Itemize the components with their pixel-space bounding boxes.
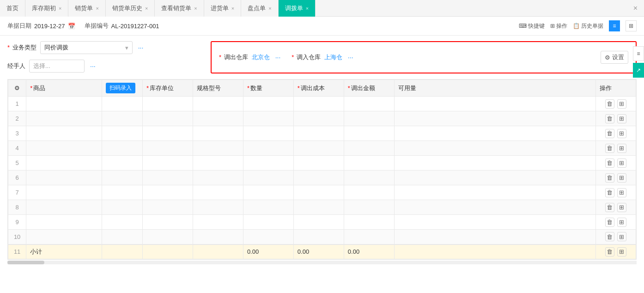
qty-cell[interactable] [243, 215, 293, 230]
amount-cell[interactable] [344, 171, 394, 185]
spec-cell[interactable] [193, 141, 243, 156]
tab-view-sales[interactable]: 查看销货单 × [155, 0, 204, 17]
transfer-in-value[interactable]: 上海仓 [324, 53, 342, 61]
transfer-out-value[interactable]: 北京仓 [252, 53, 270, 61]
cost-cell[interactable] [293, 171, 344, 185]
sidebar-expand-tab[interactable]: ↗ [633, 63, 644, 78]
amount-cell[interactable] [344, 97, 394, 111]
qty-cell[interactable] [243, 111, 293, 126]
product-cell[interactable] [26, 126, 102, 141]
qty-cell[interactable] [243, 230, 293, 244]
spec-cell[interactable] [193, 156, 243, 171]
qty-cell[interactable] [243, 156, 293, 171]
unit-cell[interactable] [142, 230, 193, 244]
list-view-button[interactable]: ≡ [609, 20, 620, 31]
copy-icon[interactable]: ⊞ [617, 247, 626, 256]
handler-more-button[interactable]: ··· [88, 61, 97, 71]
qty-cell[interactable] [243, 171, 293, 185]
cost-cell[interactable] [293, 185, 344, 200]
tab-home[interactable]: 首页 [0, 0, 25, 17]
transfer-out-more-button[interactable]: ··· [273, 53, 283, 62]
tab-transfer[interactable]: 调拨单 × [279, 0, 316, 17]
tab-sales-history-close[interactable]: × [145, 6, 148, 11]
delete-icon[interactable]: 🗑 [605, 247, 614, 256]
biz-type-select[interactable]: 同价调拨 ▾ [40, 41, 133, 54]
qty-cell[interactable] [243, 97, 293, 111]
product-cell[interactable] [26, 111, 102, 126]
delete-icon[interactable]: 🗑 [605, 232, 614, 241]
delete-icon[interactable]: 🗑 [605, 218, 614, 227]
cost-cell[interactable] [293, 111, 344, 126]
tab-sales-order-close[interactable]: × [96, 6, 98, 11]
cost-cell[interactable] [293, 230, 344, 244]
tab-inventory[interactable]: 盘点单 × [241, 0, 278, 17]
tab-view-sales-close[interactable]: × [194, 6, 197, 11]
operations-button[interactable]: ⊞ 操作 [550, 22, 567, 30]
product-cell[interactable] [26, 200, 102, 215]
delete-icon[interactable]: 🗑 [605, 144, 614, 153]
copy-icon[interactable]: ⊞ [617, 203, 626, 212]
amount-cell[interactable] [344, 185, 394, 200]
product-cell[interactable] [26, 156, 102, 171]
unit-cell[interactable] [142, 126, 193, 141]
cost-cell[interactable] [293, 126, 344, 141]
spec-cell[interactable] [193, 215, 243, 230]
calendar-icon[interactable]: 📅 [68, 23, 75, 30]
handler-input[interactable]: 选择... [29, 60, 85, 73]
product-cell[interactable] [26, 185, 102, 200]
unit-cell[interactable] [142, 156, 193, 171]
tab-sales-history[interactable]: 销货单历史 × [106, 0, 155, 17]
unit-cell[interactable] [142, 215, 193, 230]
delete-icon[interactable]: 🗑 [605, 159, 614, 168]
copy-icon[interactable]: ⊞ [617, 114, 626, 123]
copy-icon[interactable]: ⊞ [617, 99, 626, 109]
amount-cell[interactable] [344, 141, 394, 156]
product-cell[interactable] [26, 215, 102, 230]
shortcuts-button[interactable]: ⌨ 快捷键 [519, 22, 545, 30]
settings-button[interactable]: ⚙ 设置 [601, 51, 628, 64]
delete-icon[interactable]: 🗑 [605, 188, 614, 197]
cost-cell[interactable] [293, 215, 344, 230]
biz-type-more-button[interactable]: ··· [136, 43, 146, 52]
scrollbar-thumb[interactable] [7, 261, 44, 264]
tab-sales-order[interactable]: 销货单 × [68, 0, 105, 17]
delete-icon[interactable]: 🗑 [605, 203, 614, 212]
product-cell[interactable] [26, 171, 102, 185]
grid-view-button[interactable]: ⊞ [626, 20, 637, 31]
date-value[interactable]: 2019-12-27 [34, 23, 65, 30]
sidebar-list-tab[interactable]: ≡ [633, 46, 644, 61]
unit-cell[interactable] [142, 185, 193, 200]
copy-icon[interactable]: ⊞ [617, 144, 626, 153]
tab-initial-stock[interactable]: 库存期初 × [25, 0, 68, 17]
spec-cell[interactable] [193, 200, 243, 215]
spec-cell[interactable] [193, 111, 243, 126]
cost-cell[interactable] [293, 200, 344, 215]
qty-cell[interactable] [243, 185, 293, 200]
amount-cell[interactable] [344, 230, 394, 244]
transfer-in-more-button[interactable]: ··· [346, 53, 355, 62]
spec-cell[interactable] [193, 185, 243, 200]
unit-cell[interactable] [142, 171, 193, 185]
spec-cell[interactable] [193, 230, 243, 244]
copy-icon[interactable]: ⊞ [617, 129, 626, 138]
qty-cell[interactable] [243, 126, 293, 141]
cost-cell[interactable] [293, 156, 344, 171]
delete-icon[interactable]: 🗑 [605, 99, 614, 109]
delete-icon[interactable]: 🗑 [605, 173, 614, 183]
copy-icon[interactable]: ⊞ [617, 173, 626, 183]
history-button[interactable]: 📋 历史单据 [573, 22, 603, 30]
copy-icon[interactable]: ⊞ [617, 218, 626, 227]
unit-cell[interactable] [142, 141, 193, 156]
amount-cell[interactable] [344, 215, 394, 230]
delete-icon[interactable]: 🗑 [605, 129, 614, 138]
spec-cell[interactable] [193, 171, 243, 185]
unit-cell[interactable] [142, 200, 193, 215]
copy-icon[interactable]: ⊞ [617, 232, 626, 241]
cost-cell[interactable] [293, 97, 344, 111]
amount-cell[interactable] [344, 126, 394, 141]
product-cell[interactable] [26, 141, 102, 156]
product-cell[interactable] [26, 97, 102, 111]
spec-cell[interactable] [193, 126, 243, 141]
spec-cell[interactable] [193, 97, 243, 111]
horizontal-scrollbar[interactable] [7, 261, 637, 264]
